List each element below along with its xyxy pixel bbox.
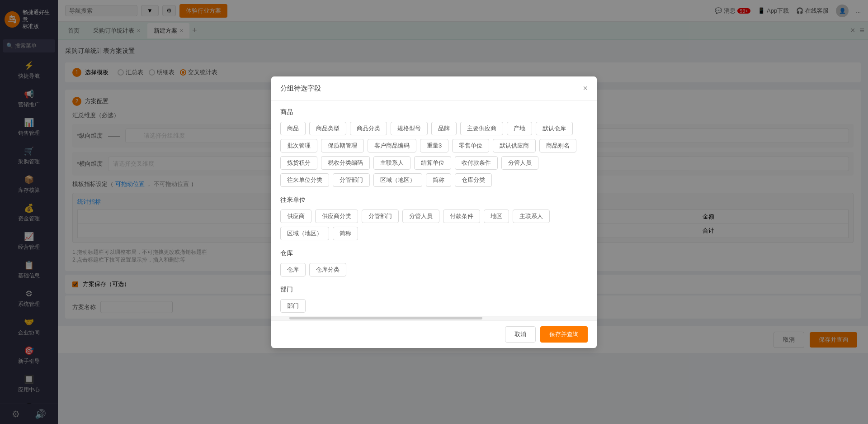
field-chip[interactable]: 供应商分类 <box>315 210 358 223</box>
field-chip[interactable]: 部门 <box>280 299 306 313</box>
field-chip[interactable]: 客户商品编码 <box>368 139 416 152</box>
modal-title: 分组待选字段 <box>280 84 321 93</box>
hscroll-bar <box>289 317 482 319</box>
field-chip[interactable]: 零售单位 <box>452 139 489 152</box>
field-section-title-department: 部门 <box>280 286 588 294</box>
field-chip[interactable]: 简称 <box>333 227 358 240</box>
field-chip[interactable]: 税收分类编码 <box>321 156 370 170</box>
field-chip[interactable]: 商品 <box>280 122 306 135</box>
field-section-department: 部门部门 <box>280 286 588 313</box>
field-section-title-goods: 商品 <box>280 108 588 116</box>
field-chips-partner: 供应商供应商分类分管部门分管人员付款条件地区主联系人区域（地区）简称 <box>280 210 588 240</box>
field-chip[interactable]: 批次管理 <box>280 139 317 152</box>
field-chip[interactable]: 仓库分类 <box>455 173 492 187</box>
field-chip[interactable]: 分管人员 <box>501 156 538 170</box>
modal-close-btn[interactable]: × <box>583 84 588 93</box>
field-chips-warehouse: 仓库仓库分类 <box>280 263 588 276</box>
field-chip[interactable]: 主联系人 <box>513 210 550 223</box>
field-section-warehouse: 仓库仓库仓库分类 <box>280 249 588 276</box>
field-chip[interactable]: 简称 <box>426 173 451 187</box>
field-chip[interactable]: 保质期管理 <box>321 139 364 152</box>
field-chip[interactable]: 重量3 <box>420 139 448 152</box>
modal-body: 商品商品商品类型商品分类规格型号品牌主要供应商产地默认仓库批次管理保质期管理客户… <box>271 101 597 316</box>
field-section-title-partner: 往来单位 <box>280 196 588 204</box>
field-chip[interactable]: 供应商 <box>280 210 311 223</box>
field-chip[interactable]: 分管人员 <box>402 210 439 223</box>
modal-cancel-btn[interactable]: 取消 <box>505 326 536 343</box>
field-chip[interactable]: 地区 <box>484 210 509 223</box>
modal-hscroll <box>271 316 597 320</box>
modal-footer: 取消 保存并查询 <box>271 320 597 348</box>
field-chip[interactable]: 规格型号 <box>391 122 428 135</box>
field-chip[interactable]: 往来单位分类 <box>280 173 329 187</box>
field-chip[interactable]: 结算单位 <box>414 156 451 170</box>
field-chip[interactable]: 收付款条件 <box>455 156 498 170</box>
field-chip[interactable]: 默认仓库 <box>536 122 573 135</box>
modal-overlay: 分组待选字段 × 商品商品商品类型商品分类规格型号品牌主要供应商产地默认仓库批次… <box>0 0 868 424</box>
field-chip[interactable]: 仓库 <box>280 263 306 276</box>
field-chip[interactable]: 分管部门 <box>362 210 399 223</box>
field-chip[interactable]: 商品分类 <box>350 122 387 135</box>
field-chips-department: 部门 <box>280 299 588 313</box>
field-chip[interactable]: 产地 <box>507 122 532 135</box>
modal-confirm-btn[interactable]: 保存并查询 <box>540 326 588 343</box>
field-section-goods: 商品商品商品类型商品分类规格型号品牌主要供应商产地默认仓库批次管理保质期管理客户… <box>280 108 588 187</box>
field-chip[interactable]: 商品类型 <box>309 122 346 135</box>
modal-dialog: 分组待选字段 × 商品商品商品类型商品分类规格型号品牌主要供应商产地默认仓库批次… <box>271 76 597 348</box>
modal-header: 分组待选字段 × <box>271 76 597 101</box>
field-chip[interactable]: 区域（地区） <box>373 173 422 187</box>
field-chip[interactable]: 拣货积分 <box>280 156 317 170</box>
field-section-partner: 往来单位供应商供应商分类分管部门分管人员付款条件地区主联系人区域（地区）简称 <box>280 196 588 240</box>
field-chips-goods: 商品商品类型商品分类规格型号品牌主要供应商产地默认仓库批次管理保质期管理客户商品… <box>280 122 588 187</box>
field-chip[interactable]: 商品别名 <box>539 139 576 152</box>
field-chip[interactable]: 仓库分类 <box>309 263 346 276</box>
field-chip[interactable]: 区域（地区） <box>280 227 329 240</box>
field-chip[interactable]: 品牌 <box>431 122 457 135</box>
field-chip[interactable]: 主联系人 <box>373 156 410 170</box>
field-chip[interactable]: 主要供应商 <box>460 122 503 135</box>
field-section-title-warehouse: 仓库 <box>280 249 588 257</box>
field-chip[interactable]: 分管部门 <box>333 173 370 187</box>
field-chip[interactable]: 默认供应商 <box>493 139 536 152</box>
field-chip[interactable]: 付款条件 <box>443 210 480 223</box>
